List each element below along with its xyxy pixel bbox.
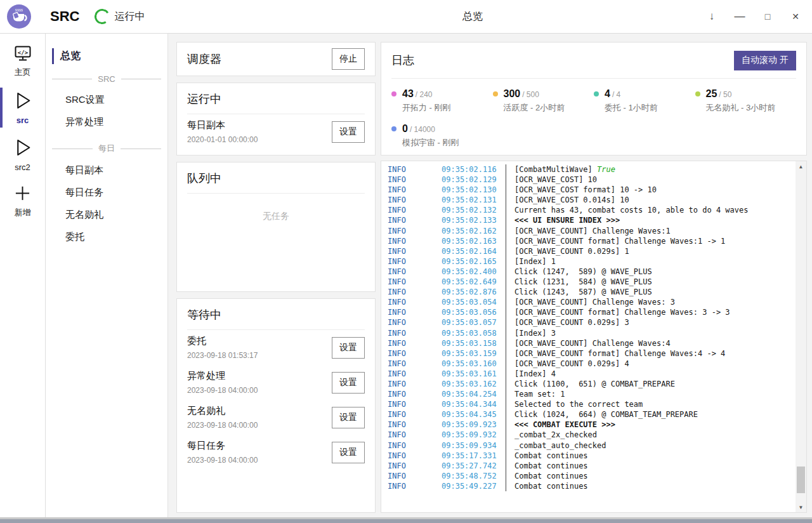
log-level: INFO [388, 164, 442, 175]
sidebar-item[interactable]: 每日任务 [46, 182, 167, 204]
log-line: INFO09:35:02.130[OCR_WAVE_COST format] 1… [388, 185, 791, 195]
autoscroll-toggle-button[interactable]: 自动滚动 开 [734, 51, 796, 70]
task-row: 无名勋礼2023-09-18 04:00:00设置 [187, 400, 365, 435]
sidebar-item[interactable]: SRC设置 [46, 89, 167, 111]
app-name: SRC [50, 8, 79, 25]
log-level: INFO [388, 226, 442, 236]
stat-body: 300/ 500活跃度 - 2小时前 [504, 88, 565, 114]
log-message: Click (1231, 584) @ WAVE_PLUS [506, 277, 652, 287]
log-scrollbar[interactable]: ▲ ▼ [796, 161, 806, 512]
log-message: <<< COMBAT EXECUTE >>> [506, 420, 615, 430]
sidebar-item-overview[interactable]: 总览 [46, 48, 167, 65]
queue-panel: 队列中 无任务 [176, 162, 376, 292]
close-button[interactable]: ✕ [782, 0, 809, 33]
waiting-title: 等待中 [187, 307, 365, 330]
stat-label: 模拟宇宙 - 刚刚 [402, 137, 459, 149]
log-line: INFO09:35:02.649Click (1231, 584) @ WAVE… [388, 277, 791, 287]
nav-rail-item-src[interactable]: src [0, 86, 45, 129]
log-line: INFO09:35:03.158[OCR_WAVE_COUNT] Challen… [388, 338, 791, 348]
log-level: INFO [388, 175, 442, 185]
play-icon [13, 138, 32, 160]
nav-rail-item-home[interactable]: </>主页 [0, 41, 45, 82]
log-line: INFO09:35:03.160[OCR_WAVE_COUNT 0.029s] … [388, 359, 791, 369]
home-icon: </> [15, 46, 31, 64]
resource-stat: 25/ 50无名勋礼 - 3小时前 [695, 88, 797, 114]
log-message: Selected to the correct team [506, 399, 643, 409]
window-bottom-edge [0, 517, 812, 523]
nav-rail-item-src2[interactable]: src2 [0, 133, 45, 176]
running-panel: 运行中 每日副本2020-01-01 00:00:00设置 [176, 83, 376, 156]
scroll-up-icon[interactable]: ▲ [796, 162, 806, 171]
task-name: 每日任务 [187, 440, 258, 452]
sidebar-item[interactable]: 无名勋礼 [46, 204, 167, 226]
log-line: INFO09:35:02.131[OCR_WAVE_COST 0.014s] 1… [388, 195, 791, 205]
sidebar-item[interactable]: 每日副本 [46, 159, 167, 182]
stop-button[interactable]: 停止 [332, 48, 365, 70]
sidebar-item[interactable]: 委托 [46, 226, 167, 248]
log-level: INFO [388, 471, 442, 481]
log-line: INFO09:35:27.742Combat continues [388, 461, 791, 471]
log-level: INFO [388, 195, 442, 205]
log-message: _combat_2x_checked [506, 430, 597, 440]
log-level: INFO [388, 277, 442, 287]
log-level: INFO [388, 461, 442, 471]
scheduler-panel: 调度器 停止 [176, 42, 376, 76]
log-level: INFO [388, 379, 442, 389]
log-line: INFO09:35:04.345Click (1024, 664) @ COMB… [388, 409, 791, 420]
log-level: INFO [388, 256, 442, 267]
sidebar-group-divider: SRC [52, 74, 161, 84]
log-level: INFO [388, 481, 442, 491]
sidebar: 总览 SRCSRC设置异常处理每日每日副本每日任务无名勋礼委托 [46, 34, 168, 518]
nav-rail-item-add[interactable]: 新增 [0, 180, 45, 222]
log-line: INFO09:35:17.331Combat continues [388, 451, 791, 461]
settings-button[interactable]: 设置 [332, 372, 365, 394]
plus-icon [14, 185, 31, 204]
task-name: 无名勋礼 [187, 405, 258, 417]
stat-label: 活跃度 - 2小时前 [504, 102, 565, 114]
settings-button[interactable]: 设置 [332, 407, 365, 428]
sidebar-item[interactable]: 异常处理 [46, 111, 167, 133]
log-line: INFO09:35:03.056[OCR_WAVE_COUNT format] … [388, 307, 791, 317]
sidebar-group-label: 每日 [98, 143, 115, 154]
download-button[interactable]: ↓ [698, 0, 726, 33]
maximize-button[interactable]: □ [754, 0, 782, 33]
scheduler-title: 调度器 [187, 51, 221, 67]
log-message: [OCR_WAVE_COST 0.014s] 10 [506, 195, 629, 205]
log-output: INFO09:35:02.116[CombatMultiWave] TrueIN… [381, 161, 807, 513]
log-message: [OCR_WAVE_COUNT format] Challenge Waves:… [506, 307, 730, 317]
log-message: Combat continues [506, 451, 588, 461]
log-line: INFO09:35:09.923<<< COMBAT EXECUTE >>> [388, 420, 791, 430]
resource-stat: 43/ 240开拓力 - 刚刚 [391, 88, 493, 114]
log-message: [OCR_WAVE_COUNT 0.029s] 3 [506, 317, 629, 328]
scroll-down-icon[interactable]: ▼ [796, 503, 806, 512]
settings-button[interactable]: 设置 [332, 337, 365, 359]
maximize-icon: □ [765, 11, 770, 22]
sidebar-group-label: SRC [98, 74, 115, 84]
log-line: INFO09:35:02.164[OCR_WAVE_COUNT 0.029s] … [388, 246, 791, 256]
scrollbar-thumb[interactable] [797, 467, 805, 493]
log-line: INFO09:35:03.057[OCR_WAVE_COUNT 0.029s] … [388, 317, 791, 328]
task-name: 每日副本 [187, 119, 258, 131]
log-level: INFO [388, 430, 442, 440]
stat-label: 无名勋礼 - 3小时前 [706, 102, 776, 114]
log-message: Combat continues [506, 461, 588, 471]
log-message: Click (1243, 587) @ WAVE_PLUS [506, 287, 652, 297]
log-message: [OCR_WAVE_COUNT format] Challenge Waves:… [506, 236, 725, 246]
log-line: INFO09:35:03.058[Index] 3 [388, 328, 791, 338]
log-level: INFO [388, 389, 442, 399]
minimize-button[interactable]: — [726, 0, 754, 33]
log-message: Click (1024, 664) @ COMBAT_TEAM_PREPARE [506, 409, 698, 420]
log-message: [OCR_WAVE_COUNT 0.029s] 4 [506, 359, 629, 369]
waiting-panel: 等待中 委托2023-09-18 01:53:17设置异常处理2023-09-1… [176, 298, 376, 513]
log-level: INFO [388, 246, 442, 256]
log-line: INFO09:35:04.344Selected to the correct … [388, 399, 791, 409]
svg-text:</>: </> [17, 50, 28, 56]
log-timestamp: 09:35:03.057 [442, 317, 506, 328]
log-line: INFO09:35:09.934_combat_auto_checked [388, 440, 791, 451]
log-line: INFO09:35:04.254Team set: 1 [388, 389, 791, 399]
log-timestamp: 09:35:09.932 [442, 430, 506, 440]
log-message: [OCR_WAVE_COST] 10 [506, 175, 597, 185]
settings-button[interactable]: 设置 [332, 442, 365, 463]
stat-dot-icon [391, 126, 396, 131]
settings-button[interactable]: 设置 [332, 121, 365, 143]
